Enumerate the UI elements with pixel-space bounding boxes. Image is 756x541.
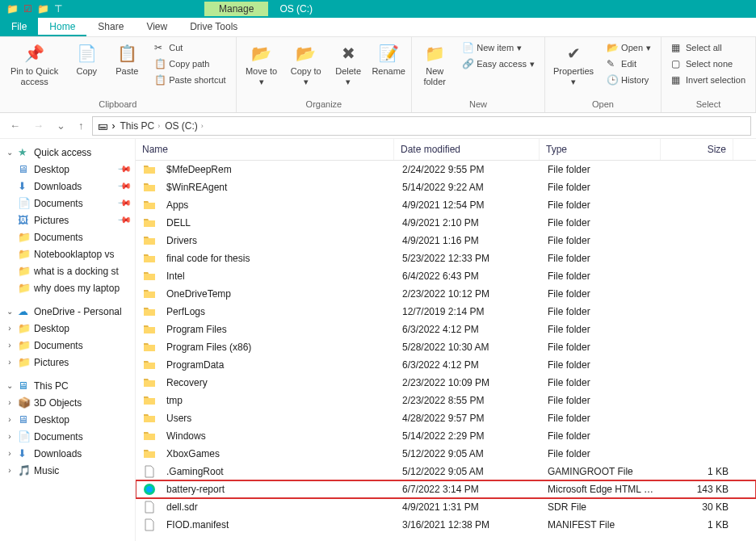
navigation-pane[interactable]: ⌄★Quick access 🖥Desktop📌⬇Downloads📌📄Docu… [0, 139, 136, 541]
file-type: File folder [541, 180, 662, 195]
nav-item[interactable]: ›🎵Music [0, 462, 135, 479]
file-row[interactable]: tmp2/23/2022 8:55 PMFile folder [136, 392, 756, 409]
nav-item[interactable]: 📁why does my laptop [0, 279, 135, 296]
file-row[interactable]: $MfeDeepRem2/24/2022 9:55 PMFile folder [136, 161, 756, 178]
up-button[interactable]: ↑ [74, 116, 89, 135]
contextual-tab-manage[interactable]: Manage [204, 2, 268, 16]
select-none-button[interactable]: ▢Select none [668, 57, 749, 71]
nav-item[interactable]: ›📁Pictures [0, 354, 135, 371]
new-item-button[interactable]: 📄New item ▾ [459, 40, 538, 55]
nav-item[interactable]: 🖥Desktop📌 [0, 161, 135, 178]
copy-to-button[interactable]: 📂Copy to ▾ [284, 39, 327, 90]
easy-access-button[interactable]: 🔗Easy access ▾ [459, 57, 538, 71]
nav-item[interactable]: 📁Notebooklaptop vs [0, 245, 135, 262]
file-row[interactable]: Apps4/9/2021 12:54 PMFile folder [136, 196, 756, 214]
tab-home[interactable]: Home [38, 18, 86, 36]
file-row[interactable]: .GamingRoot5/12/2022 9:05 AMGAMINGROOT F… [136, 463, 756, 480]
select-all-button[interactable]: ▦Select all [668, 40, 749, 55]
scissors-icon: ✂ [154, 42, 166, 53]
nav-item[interactable]: ›📦3D Objects [0, 394, 135, 411]
qat-folder-icon[interactable]: 📁 [6, 3, 19, 15]
file-row[interactable]: dell.sdr4/9/2021 1:31 PMSDR File30 KB [136, 498, 756, 516]
folder-icon [142, 252, 157, 265]
folder-icon [142, 376, 157, 389]
move-to-button[interactable]: 📂Move to ▾ [240, 39, 284, 90]
onedrive-section[interactable]: ⌄☁OneDrive - Personal [0, 303, 135, 320]
history-button[interactable]: 🕒History [603, 73, 654, 87]
nav-item[interactable]: ›⬇Downloads [0, 445, 135, 462]
nav-item[interactable]: 📁what is a docking st [0, 262, 135, 279]
file-row[interactable]: Program Files (x86)5/28/2022 10:30 AMFil… [136, 338, 756, 356]
breadcrumb-this-pc[interactable]: This PC› [120, 120, 161, 132]
cut-button[interactable]: ✂Cut [151, 40, 229, 55]
file-row[interactable]: PerfLogs12/7/2019 2:14 PMFile folder [136, 303, 756, 321]
file-row[interactable]: FIOD.manifest3/16/2021 12:38 PMMANIFEST … [136, 516, 756, 534]
nav-item[interactable]: 📁Documents [0, 229, 135, 245]
nav-item[interactable]: ›📄Documents [0, 428, 135, 445]
qat-overflow-icon[interactable]: ⊤ [54, 3, 62, 15]
tab-view[interactable]: View [135, 18, 178, 36]
nav-item[interactable]: 🖼Pictures📌 [0, 212, 135, 229]
paste-button[interactable]: 📋Paste [107, 39, 146, 80]
invert-selection-button[interactable]: ▦Invert selection [668, 73, 749, 87]
tab-file[interactable]: File [0, 18, 38, 36]
nav-item[interactable]: ⬇Downloads📌 [0, 178, 135, 195]
file-row[interactable]: Users4/28/2022 9:57 PMFile folder [136, 409, 756, 427]
delete-button[interactable]: ✖Delete ▾ [329, 39, 368, 90]
breadcrumb-os-c[interactable]: OS (C:)› [165, 120, 204, 132]
file-size [662, 363, 735, 367]
history-icon: 🕒 [607, 74, 618, 86]
file-row[interactable]: Program Files6/3/2022 4:12 PMFile folder [136, 321, 756, 338]
nav-item[interactable]: 📄Documents📌 [0, 195, 135, 212]
copy-path-button[interactable]: 📋Copy path [151, 57, 229, 71]
file-name: Program Files [160, 322, 396, 337]
file-type: File folder [541, 393, 662, 408]
open-button[interactable]: 📂Open ▾ [603, 40, 654, 55]
file-row[interactable]: Windows5/14/2022 2:29 PMFile folder [136, 427, 756, 445]
file-type: File folder [541, 216, 662, 230]
column-name[interactable]: Name [136, 139, 394, 160]
column-size[interactable]: Size [661, 139, 733, 160]
file-row[interactable]: Drivers4/9/2021 1:16 PMFile folder [136, 232, 756, 250]
edit-button[interactable]: ✎Edit [603, 57, 654, 71]
file-date: 2/24/2022 9:55 PM [396, 162, 541, 177]
file-row[interactable]: Recovery2/23/2022 10:09 PMFile folder [136, 374, 756, 392]
tab-share[interactable]: Share [86, 18, 135, 36]
file-row[interactable]: DELL4/9/2021 2:10 PMFile folder [136, 214, 756, 232]
tab-drive-tools[interactable]: Drive Tools [178, 18, 249, 36]
file-date: 5/14/2022 2:29 PM [396, 429, 541, 443]
file-list[interactable]: Name Date modified Type Size $MfeDeepRem… [136, 139, 756, 541]
qat-folder2-icon[interactable]: 📁 [37, 3, 49, 15]
file-row[interactable]: Intel6/4/2022 6:43 PMFile folder [136, 267, 756, 285]
properties-button[interactable]: ✔Properties ▾ [548, 39, 598, 90]
new-folder-button[interactable]: 📁New folder [415, 39, 454, 90]
back-button[interactable]: ← [5, 116, 25, 135]
nav-item[interactable]: ›🖥Desktop [0, 411, 135, 428]
column-date[interactable]: Date modified [394, 139, 540, 160]
file-row[interactable]: final code for thesis5/23/2022 12:33 PMF… [136, 250, 756, 267]
file-row[interactable]: ProgramData6/3/2022 4:12 PMFile folder [136, 356, 756, 374]
recent-button[interactable]: ⌄ [52, 116, 70, 135]
file-row[interactable]: battery-report6/7/2022 3:14 PMMicrosoft … [136, 480, 756, 498]
folder-icon [142, 287, 157, 300]
address-bar[interactable]: 🖴 › This PC› OS (C:)› [92, 116, 752, 136]
pin-to-quick-access-button[interactable]: 📌Pin to Quick access [3, 39, 65, 90]
this-pc-section[interactable]: ⌄🖥This PC [0, 377, 135, 394]
file-row[interactable]: $WinREAgent5/14/2022 9:22 AMFile folder [136, 178, 756, 196]
forward-button[interactable]: → [28, 116, 48, 135]
qat-check-icon[interactable]: ☑ [23, 3, 32, 15]
nav-item[interactable]: ›📁Documents [0, 337, 135, 354]
nav-item[interactable]: ›📁Desktop [0, 320, 135, 337]
new-folder-icon: 📁 [423, 42, 446, 65]
paste-shortcut-button[interactable]: 📋Paste shortcut [151, 73, 229, 87]
file-size: 143 KB [662, 482, 735, 497]
rename-button[interactable]: 📝Rename [369, 39, 408, 80]
drive-icon: 🖴 [98, 120, 107, 132]
column-type[interactable]: Type [540, 139, 661, 160]
file-name: Windows [160, 429, 396, 443]
quick-access-section[interactable]: ⌄★Quick access [0, 144, 135, 161]
pin-icon: 📌 [116, 178, 132, 194]
copy-button[interactable]: 📄Copy [67, 39, 106, 80]
file-row[interactable]: XboxGames5/12/2022 9:05 AMFile folder [136, 445, 756, 463]
file-row[interactable]: OneDriveTemp2/23/2022 10:12 PMFile folde… [136, 285, 756, 303]
